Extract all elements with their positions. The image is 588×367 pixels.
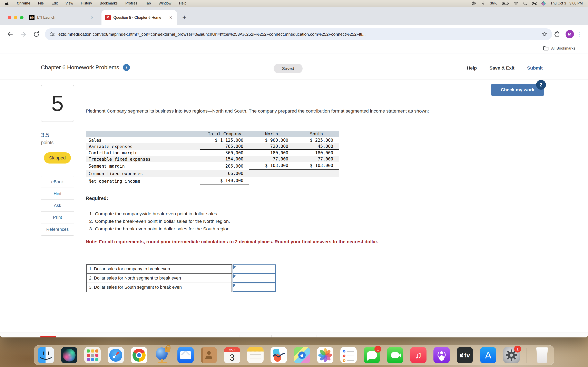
photos-dock-icon[interactable] xyxy=(317,347,333,363)
podcasts-dock-icon[interactable] xyxy=(433,347,450,363)
system-settings-dock-icon[interactable]: 1 xyxy=(503,347,520,363)
mail-dock-icon[interactable] xyxy=(177,347,194,363)
menu-bar-clock[interactable]: Thu Oct 33:08 PM xyxy=(550,1,583,6)
notes-dock-icon[interactable] xyxy=(247,347,264,363)
safari-dock-icon[interactable] xyxy=(108,347,124,363)
maps-dock-icon[interactable] xyxy=(294,347,310,363)
contacts-dock-icon[interactable] xyxy=(201,347,217,363)
menu-item-chrome[interactable]: Chrome xyxy=(17,1,30,6)
cell-north xyxy=(249,177,294,185)
music-dock-icon[interactable]: ♫ xyxy=(410,347,426,363)
ask-button[interactable]: Ask xyxy=(41,200,74,212)
forward-button[interactable] xyxy=(20,31,27,38)
menu-item-profiles[interactable]: Profiles xyxy=(125,1,137,6)
answer-input-company[interactable] xyxy=(233,264,276,274)
close-tab-icon[interactable]: × xyxy=(168,15,173,20)
item-number: 2. xyxy=(87,218,93,224)
answer-input-north[interactable] xyxy=(233,274,276,283)
header-actions: Help Save & Exit Submit xyxy=(467,64,543,72)
tab-question-5[interactable]: M Question 5 - Chapter 6 Home × xyxy=(102,10,177,25)
menu-item-history[interactable]: History xyxy=(81,1,92,6)
screen-mirroring-icon[interactable] xyxy=(472,1,476,6)
chrome-dock-icon[interactable] xyxy=(131,347,147,363)
site-settings-icon[interactable] xyxy=(49,31,55,37)
nav-divider xyxy=(316,335,316,338)
reminders-dock-icon[interactable] xyxy=(340,347,357,363)
address-bar[interactable]: ezto.mheducation.com/ext/map/index.html?… xyxy=(45,28,552,40)
hint-button[interactable]: Hint xyxy=(41,188,74,200)
row-label: Segment margin xyxy=(86,162,200,170)
menu-item-view[interactable]: View xyxy=(65,1,73,6)
row-label: Sales xyxy=(86,137,200,143)
points-value: 3.5 xyxy=(41,132,49,138)
app-store-dock-icon[interactable]: A xyxy=(480,347,496,363)
finder-dock-icon[interactable] xyxy=(38,347,54,363)
cell-total: 206,000 xyxy=(200,162,249,170)
rounding-note: Note: For all requirements, round your i… xyxy=(86,238,455,245)
vpn-globe-dock-icon[interactable] xyxy=(154,347,171,363)
question-number-box: 5 xyxy=(41,85,74,122)
answer-row: 3. Dollar sales for South segment to bre… xyxy=(86,283,276,292)
url-text[interactable]: ezto.mheducation.com/ext/map/index.html?… xyxy=(58,32,541,37)
bookmark-star-icon[interactable] xyxy=(541,31,548,37)
calendar-day: 3 xyxy=(224,352,240,363)
spotlight-search-icon[interactable] xyxy=(523,1,527,6)
back-button[interactable] xyxy=(7,31,14,38)
tab-lti-launch[interactable]: Bb LTI Launch × xyxy=(26,12,98,24)
minimize-window-button[interactable] xyxy=(14,16,17,19)
row-label: Net operating income xyxy=(86,177,200,185)
new-tab-button[interactable]: + xyxy=(182,13,186,21)
required-list: 1. Compute the companywide break-even po… xyxy=(87,210,231,233)
apple-menu-icon[interactable] xyxy=(5,1,9,5)
close-window-button[interactable] xyxy=(8,16,11,19)
calendar-dock-icon[interactable]: OCT 3 xyxy=(224,347,240,363)
statement-header-spacer xyxy=(86,131,200,137)
submit-link[interactable]: Submit xyxy=(527,66,543,71)
cell-south: $ 225,000 xyxy=(294,137,339,143)
siri-dock-icon[interactable] xyxy=(61,347,77,363)
messages-dock-icon[interactable]: 1 xyxy=(364,347,380,363)
freeform-dock-icon[interactable] xyxy=(270,347,287,363)
battery-icon xyxy=(502,1,509,6)
siri-icon[interactable] xyxy=(541,1,545,6)
profile-avatar[interactable]: M xyxy=(566,30,574,38)
save-and-exit-link[interactable]: Save & Exit xyxy=(489,66,515,71)
menu-item-tab[interactable]: Tab xyxy=(145,1,151,6)
answer-label: 1. Dollar sales for company to break eve… xyxy=(86,264,232,274)
info-icon[interactable]: i xyxy=(123,64,130,71)
cell-south: 45,000 xyxy=(294,143,339,150)
menu-item-edit[interactable]: Edit xyxy=(52,1,58,6)
answer-input-south[interactable] xyxy=(233,283,276,292)
menu-item-file[interactable]: File xyxy=(38,1,44,6)
menu-item-help[interactable]: Help xyxy=(179,1,186,6)
toolbar-divider xyxy=(563,30,563,38)
references-button[interactable]: References xyxy=(41,224,74,235)
help-link[interactable]: Help xyxy=(467,66,477,71)
print-button[interactable]: Print xyxy=(41,212,74,224)
menu-item-window[interactable]: Window xyxy=(159,1,171,6)
launchpad-dock-icon[interactable] xyxy=(84,347,101,363)
all-bookmarks-button[interactable]: All Bookmarks xyxy=(551,46,575,50)
ebook-button[interactable]: eBook xyxy=(41,176,74,188)
browser-toolbar: ezto.mheducation.com/ext/map/index.html?… xyxy=(0,25,588,43)
cell-north: 180,000 xyxy=(249,150,294,156)
table-row: Sales $ 1,125,000 $ 900,000 $ 225,000 xyxy=(86,137,339,143)
column-header-south: South xyxy=(294,131,339,137)
trash-dock-icon[interactable] xyxy=(534,347,550,363)
bluetooth-icon[interactable] xyxy=(481,1,485,6)
close-tab-icon[interactable]: × xyxy=(89,15,95,20)
row-label: Common fixed expenses xyxy=(86,170,200,177)
wifi-icon[interactable] xyxy=(514,1,518,6)
chrome-menu-icon[interactable]: ⋮ xyxy=(576,31,582,38)
appstore-glyph: A xyxy=(485,350,492,361)
control-center-icon[interactable] xyxy=(532,1,536,6)
menu-bar-time: 3:08 PM xyxy=(570,1,583,6)
reload-button[interactable] xyxy=(33,31,40,38)
facetime-dock-icon[interactable] xyxy=(387,347,403,363)
skipped-status-badge: Skipped xyxy=(44,152,71,164)
menu-item-bookmarks[interactable]: Bookmarks xyxy=(100,1,118,6)
apple-tv-dock-icon[interactable]: tv xyxy=(457,347,473,363)
extensions-icon[interactable] xyxy=(554,31,560,37)
table-row: Traceable fixed expenses 154,000 77,000 … xyxy=(86,156,339,162)
zoom-window-button[interactable] xyxy=(20,16,24,19)
